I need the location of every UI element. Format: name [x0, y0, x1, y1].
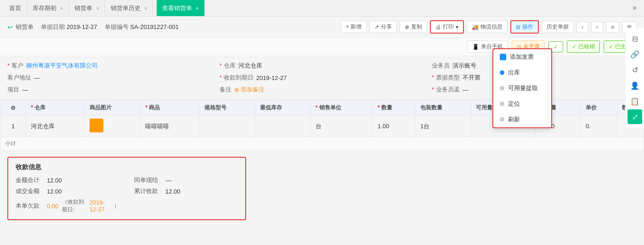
- history-button[interactable]: 历史单据: [542, 21, 574, 33]
- tab-view-sales[interactable]: 查看销货单 ×: [157, 0, 204, 16]
- salesperson-label: 业务员: [432, 62, 450, 70]
- project-row: 项目 —: [7, 85, 212, 94]
- remarks-row: 备注 ⊕ 添加备注: [220, 85, 424, 94]
- logistics-button[interactable]: 🚚 物流信息: [467, 21, 508, 33]
- deal-amount-row: 成交金额 12.00: [16, 187, 119, 195]
- col-unit: * 销售单位: [311, 100, 373, 116]
- warehouse-row: 仓库 河北仓库: [220, 62, 424, 70]
- tab-home-label: 首页: [9, 4, 21, 12]
- due-hint: （收款到期日:: [62, 198, 85, 214]
- payment-section: 收款信息 金额合计 12.00 同单现结 — 成交金额 12.00 累计收款 1…: [7, 157, 246, 220]
- subtotal-label: 小计: [0, 137, 644, 151]
- ticket-type-label: 票据类型: [432, 74, 460, 82]
- ops-label: 操作: [522, 23, 533, 31]
- refresh-label: 刷新: [508, 115, 520, 124]
- out-warehouse-label: 出库: [508, 68, 520, 77]
- customer-row: 客户 柳州粤港平安气体有限公司: [7, 62, 212, 70]
- row-spec: [199, 116, 255, 137]
- tab-sales-order[interactable]: 销货单 ×: [69, 0, 105, 16]
- tab-bar: 首页 库存期初 × 销货单 × 销货单历史 × 查看销货单 × ×: [0, 0, 644, 17]
- col-settings[interactable]: ⚙: [0, 100, 26, 116]
- tab-sales-history-close[interactable]: ×: [144, 6, 147, 11]
- due-label: 本单欠款: [16, 202, 43, 210]
- payment-grid: 金额合计 12.00 同单现结 — 成交金额 12.00 累计收款 12.00 …: [16, 176, 238, 214]
- customer-value[interactable]: 柳州粤港平安气体有限公司: [26, 62, 98, 70]
- dropdown-refresh[interactable]: 刷新: [493, 112, 551, 127]
- dropdown-locate[interactable]: 定位: [493, 96, 551, 112]
- share-button[interactable]: ↗ 分享: [369, 21, 397, 33]
- nav-next-button[interactable]: ›: [591, 22, 603, 33]
- share-label: 分享: [381, 23, 392, 31]
- cumulative-value: 12.00: [165, 188, 181, 195]
- due-date: 2019-12-27: [90, 199, 110, 213]
- print-dropdown-icon: ▾: [456, 24, 458, 30]
- locate-label: 定位: [508, 100, 520, 108]
- doc-date-item: 单据日期 2019-12-27: [41, 23, 97, 31]
- tab-sales-history-label: 销货单历史: [111, 4, 141, 12]
- copy-label: 复制: [411, 23, 422, 31]
- sold-out-status: ✓ 已核销: [567, 40, 600, 53]
- salesperson2-label: 业务员孟: [432, 85, 460, 94]
- sidebar-expand-icon[interactable]: ⤢: [627, 109, 642, 124]
- same-bill-value: —: [165, 177, 171, 184]
- operations-button[interactable]: ⊞ 操作: [510, 20, 539, 34]
- doc-date-value: 2019-12-27: [67, 23, 97, 30]
- doc-number-item: 单据编号 SA-20191227-001: [105, 23, 179, 31]
- locate-icon: [500, 102, 504, 106]
- tab-inventory-init-close[interactable]: ×: [60, 6, 63, 11]
- print-label: 打印: [443, 23, 454, 31]
- row-min-stock: [255, 116, 311, 137]
- dropdown-add-invoice[interactable]: 添加发票: [493, 49, 551, 65]
- doc-type-title: ↩ 销货单: [7, 23, 34, 31]
- address-value: —: [34, 74, 40, 81]
- subtotal-row: 小计: [0, 137, 644, 151]
- tab-sales-history[interactable]: 销货单历史 ×: [105, 0, 153, 16]
- same-bill-label: 同单现结: [134, 176, 162, 184]
- doc-date-label: 单据日期: [41, 23, 65, 31]
- col-pack-qty: 包装数量: [416, 100, 471, 116]
- tab-sales-order-label: 销货单: [74, 4, 92, 12]
- doc-type-icon: ↩: [7, 23, 13, 31]
- history-label: 历史单据: [547, 23, 569, 31]
- deal-amount-value: 12.00: [47, 188, 62, 195]
- doc-type-label: 销货单: [16, 23, 34, 31]
- tab-home[interactable]: 首页: [4, 0, 27, 16]
- total-row: 金额合计 12.00: [16, 176, 119, 184]
- remarks-label: 备注: [220, 85, 232, 94]
- nav-prev-button[interactable]: ‹: [576, 22, 588, 33]
- tab-view-sales-close[interactable]: ×: [196, 6, 198, 11]
- deal-amount-label: 成交金额: [16, 187, 43, 195]
- sidebar-link-icon[interactable]: 🔗: [627, 47, 642, 62]
- sidebar-doc-icon[interactable]: 📋: [627, 94, 642, 108]
- sidebar-refresh-icon[interactable]: ↺: [627, 63, 642, 77]
- sidebar-user-icon[interactable]: 👤: [627, 78, 642, 93]
- customer-label: 客户: [7, 62, 23, 70]
- print-button[interactable]: 🖨 打印 ▾: [430, 20, 464, 34]
- doc-header: ↩ 销货单 单据日期 2019-12-27 单据编号 SA-20191227-0…: [0, 17, 644, 38]
- dropdown-quantity-fetch[interactable]: 可用量提取: [493, 80, 551, 96]
- tab-inventory-init[interactable]: 库存期初 ×: [27, 0, 69, 16]
- total-value: 12.00: [47, 177, 62, 184]
- window-close-button[interactable]: ×: [629, 4, 640, 12]
- view-list-button[interactable]: ≡: [606, 22, 619, 33]
- copy-button[interactable]: ⊕ 复制: [400, 21, 427, 33]
- col-qty: * 数量: [373, 100, 416, 116]
- out-warehouse-icon: [500, 70, 504, 75]
- warehouse-label: 仓库: [220, 62, 236, 70]
- add-remarks-button[interactable]: ⊕ 添加备注: [234, 85, 265, 94]
- row-no: 1: [0, 116, 26, 137]
- project-value: —: [22, 86, 28, 93]
- copy-icon: ⊕: [405, 24, 409, 30]
- tab-sales-order-close[interactable]: ×: [96, 6, 99, 11]
- doc-number-label: 单据编号: [105, 23, 129, 31]
- sidebar-grid-icon[interactable]: ⊟: [627, 31, 642, 46]
- new-button[interactable]: + 新增: [341, 21, 367, 33]
- add-remarks-label: 添加备注: [241, 85, 265, 94]
- project-label: 项目: [7, 85, 19, 94]
- total-label: 金额合计: [16, 176, 43, 184]
- quantity-fetch-label: 可用量提取: [508, 84, 538, 92]
- doc-number-value: SA-20191227-001: [130, 23, 179, 30]
- dropdown-out-warehouse[interactable]: 出库: [493, 65, 551, 80]
- confirm-icon: ✓: [554, 44, 558, 50]
- row-qty: 1.00: [373, 116, 416, 137]
